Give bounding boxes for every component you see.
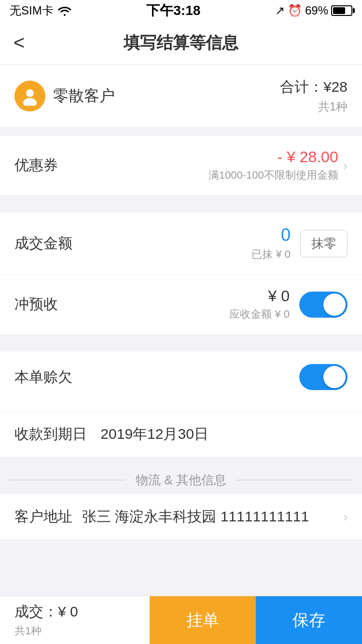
battery-percent: 69%: [305, 4, 328, 17]
location-icon: ↗: [275, 4, 285, 17]
customer-row: 零散客户 合计：¥28 共1种: [0, 65, 362, 127]
amount-value: 0: [251, 225, 291, 245]
customer-section: 零散客户 合计：¥28 共1种: [0, 65, 362, 127]
bottom-bar: 成交：¥ 0 共1种 挂单 保存: [0, 596, 362, 644]
customer-total: 合计：¥28: [280, 77, 348, 97]
prereceive-value: ¥ 0: [229, 287, 290, 305]
status-bar: 无SIM卡 下午3:18 ↗ ⏰ 69%: [0, 0, 362, 21]
coupon-right-content: - ¥ 28.00 满1000-100不限制使用金额: [209, 148, 338, 182]
status-bar-right: ↗ ⏰ 69%: [275, 4, 352, 17]
status-bar-time: 下午3:18: [146, 1, 200, 20]
address-row[interactable]: 客户地址 张三 海淀永丰科技园 11111111111 ›: [0, 494, 362, 539]
battery-fill: [333, 7, 345, 14]
coupon-discount: - ¥ 28.00: [209, 148, 338, 166]
back-button[interactable]: <: [14, 32, 25, 54]
address-chevron-icon: ›: [343, 509, 348, 525]
address-label: 客户地址: [14, 507, 72, 527]
coupon-right: - ¥ 28.00 满1000-100不限制使用金额 ›: [209, 148, 348, 182]
svg-point-1: [23, 98, 37, 106]
amount-sub: 已抹 ¥ 0: [251, 247, 291, 262]
avatar-icon: [20, 86, 40, 106]
coupon-section: 优惠券 - ¥ 28.00 满1000-100不限制使用金额 ›: [0, 136, 362, 195]
wifi-icon: [57, 5, 72, 16]
signal-text: 无SIM卡: [10, 3, 54, 18]
hold-button[interactable]: 挂单: [150, 596, 256, 644]
amount-row: 成交金额 0 已抹 ¥ 0 抹零: [0, 212, 362, 274]
customer-avatar: [14, 81, 45, 112]
prereceive-row: 冲预收 ¥ 0 应收金额 ¥ 0: [0, 274, 362, 334]
prereceive-right: ¥ 0 应收金额 ¥ 0: [229, 287, 348, 322]
gray-divider-2: [0, 343, 362, 351]
amount-section: 成交金额 0 已抹 ¥ 0 抹零 冲预收 ¥ 0 应收金额 ¥ 0: [0, 212, 362, 334]
prereceive-label: 冲预收: [14, 294, 58, 314]
battery-icon: [331, 5, 352, 16]
customer-name: 零散客户: [53, 85, 115, 107]
bottom-deal-value: ¥ 0: [58, 603, 78, 619]
coupon-desc: 满1000-100不限制使用金额: [209, 168, 338, 182]
duedate-row: 收款到期日 2019年12月30日: [0, 411, 362, 457]
prereceive-toggle[interactable]: [299, 292, 348, 318]
address-value: 张三 海淀永丰科技园 11111111111: [82, 507, 343, 527]
bottom-deal: 成交：¥ 0: [14, 602, 135, 622]
logistics-line-right: [236, 480, 352, 480]
save-button[interactable]: 保存: [256, 596, 362, 644]
logistics-divider: 物流 & 其他信息: [0, 465, 362, 494]
bottom-deal-label: 成交：: [14, 603, 58, 619]
bottom-count: 共1种: [14, 624, 135, 638]
debt-row: 本单赊欠: [0, 351, 362, 403]
coupon-row[interactable]: 优惠券 - ¥ 28.00 满1000-100不限制使用金额 ›: [0, 136, 362, 195]
prereceive-sub: 应收金额 ¥ 0: [229, 307, 290, 322]
address-section: 客户地址 张三 海淀永丰科技园 11111111111 ›: [0, 494, 362, 539]
chevron-right-icon: ›: [343, 158, 348, 173]
logistics-line-left: [10, 480, 126, 480]
page-title: 填写结算等信息: [124, 32, 238, 54]
alarm-icon: ⏰: [288, 4, 302, 17]
duedate-value: 2019年12月30日: [100, 426, 208, 442]
content-area: 零散客户 合计：¥28 共1种 优惠券 - ¥ 28.00 满1000-100不…: [0, 65, 362, 596]
status-bar-left: 无SIM卡: [10, 3, 72, 18]
debt-label: 本单赊欠: [14, 367, 72, 387]
duedate-label: 收款到期日: [14, 426, 87, 442]
customer-left: 零散客户: [14, 81, 115, 112]
customer-count: 共1种: [280, 99, 348, 114]
debt-toggle[interactable]: [299, 364, 348, 390]
round-zero-button[interactable]: 抹零: [300, 230, 348, 257]
coupon-label: 优惠券: [14, 155, 58, 175]
amount-label: 成交金额: [14, 234, 72, 253]
logistics-text: 物流 & 其他信息: [136, 472, 226, 489]
nav-bar: < 填写结算等信息: [0, 21, 362, 65]
customer-right: 合计：¥28 共1种: [280, 77, 348, 114]
svg-point-0: [26, 89, 34, 97]
duedate-content: 收款到期日 2019年12月30日: [14, 424, 348, 444]
gray-divider-1: [0, 204, 362, 212]
amount-right: 0 已抹 ¥ 0 抹零: [251, 225, 348, 262]
amount-value-group: 0 已抹 ¥ 0: [251, 225, 291, 262]
debt-section: 本单赊欠 收款到期日 2019年12月30日: [0, 351, 362, 457]
prereceive-amounts: ¥ 0 应收金额 ¥ 0: [229, 287, 290, 322]
bottom-left: 成交：¥ 0 共1种: [0, 602, 150, 638]
